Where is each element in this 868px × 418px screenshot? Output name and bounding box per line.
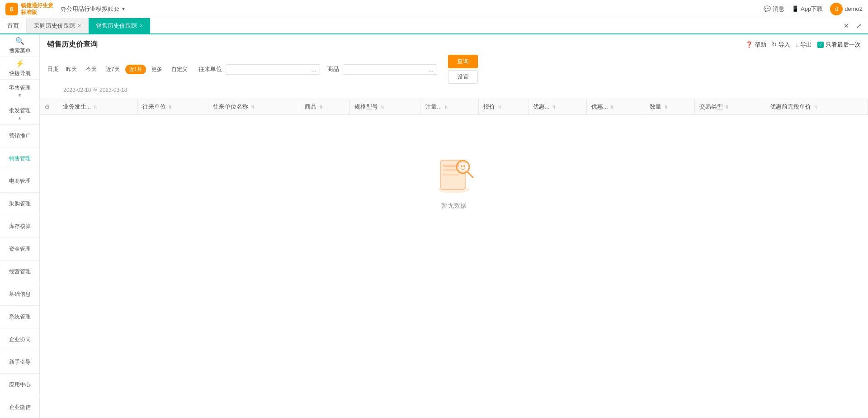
sidebar-item-new-guide[interactable]: 新手引导 bbox=[0, 351, 39, 374]
sidebar-item-quick-nav[interactable]: ⚡ 快捷导航 bbox=[0, 57, 39, 80]
chevron-down-icon: ▼ bbox=[18, 93, 22, 98]
empty-state: 暂无数据 bbox=[40, 115, 868, 246]
query-button[interactable]: 查询 bbox=[448, 55, 478, 68]
empty-text: 暂无数据 bbox=[441, 202, 467, 210]
sort-arrows-quote: ⇅ bbox=[498, 104, 501, 109]
data-table: ⚙ 业务发生... ⇅ 往来单位 ⇅ 往来单位名称 ⇅ bbox=[40, 99, 868, 115]
tab-close-sales[interactable]: × bbox=[140, 23, 143, 29]
table-header-qty[interactable]: 数量 ⇅ bbox=[645, 99, 694, 115]
chevron-up-icon: ▲ bbox=[18, 115, 22, 120]
close-all-tabs-button[interactable]: ✕ bbox=[841, 20, 852, 31]
logo-icon: 6 bbox=[5, 3, 18, 15]
action-buttons: 查询 设置 bbox=[448, 55, 478, 84]
sort-arrows-pretax-price: ⇅ bbox=[814, 104, 817, 109]
sort-arrows-discount1: ⇅ bbox=[552, 104, 556, 109]
sidebar-item-ecommerce-mgmt[interactable]: 电商管理 bbox=[0, 170, 39, 193]
only-last-checkbox-label[interactable]: ✓ 只看最后一次 bbox=[817, 41, 861, 49]
search-icon: 🔍 bbox=[15, 37, 24, 45]
sidebar-item-operations-mgmt[interactable]: 经营管理 bbox=[0, 261, 39, 283]
goods-picker-icon[interactable]: ... bbox=[428, 66, 433, 73]
partner-input-wrapper: ... bbox=[226, 64, 320, 75]
settings-button[interactable]: 设置 bbox=[448, 70, 478, 84]
checkbox-checked-icon: ✓ bbox=[817, 42, 824, 48]
sidebar-item-sales-mgmt[interactable]: 销售管理 bbox=[0, 147, 39, 170]
goods-input-wrapper: ... bbox=[343, 64, 437, 75]
logo-area: 6 畅捷通好生意 标准版 bbox=[5, 2, 53, 15]
sidebar-item-retail-mgmt[interactable]: 零售管理 ▼ bbox=[0, 80, 39, 102]
partner-picker-icon[interactable]: ... bbox=[311, 66, 316, 73]
table-header-discount1[interactable]: 优惠... ⇅ bbox=[528, 99, 586, 115]
table-header-trade-type[interactable]: 交易类型 ⇅ bbox=[694, 99, 765, 115]
svg-rect-4 bbox=[443, 174, 459, 176]
import-icon: ↻ bbox=[772, 41, 777, 48]
page-title: 销售历史价查询 bbox=[47, 40, 98, 49]
page-title-bar: 销售历史价查询 ❓ 帮助 ↻ 导入 ↓ 导出 ✓ bbox=[47, 40, 861, 49]
table-header-partner-name[interactable]: 往来单位名称 ⇅ bbox=[208, 99, 300, 115]
tab-bar: 首页 采购历史价跟踪 × 销售历史价跟踪 × ✕ ⤢ bbox=[0, 18, 868, 34]
svg-rect-3 bbox=[443, 169, 457, 171]
sidebar-item-system-mgmt[interactable]: 系统管理 bbox=[0, 306, 39, 328]
sidebar-item-basic-info[interactable]: 基础信息 bbox=[0, 283, 39, 306]
date-chip-1month[interactable]: 近1月 bbox=[125, 65, 146, 74]
date-chip-custom[interactable]: 自定义 bbox=[168, 65, 191, 74]
sidebar-item-finance-mgmt[interactable]: 资金管理 bbox=[0, 238, 39, 261]
sidebar-item-purchase-mgmt[interactable]: 采购管理 bbox=[0, 193, 39, 215]
sidebar-item-enterprise-collab[interactable]: 企业协同 bbox=[0, 328, 39, 351]
tab-close-purchase[interactable]: × bbox=[78, 23, 81, 29]
fullscreen-button[interactable]: ⤢ bbox=[854, 20, 864, 31]
date-chip-7days[interactable]: 近7天 bbox=[102, 65, 123, 74]
avatar: d bbox=[830, 3, 843, 15]
table-header-settings[interactable]: ⚙ bbox=[40, 99, 58, 115]
partner-input[interactable] bbox=[230, 66, 311, 73]
date-chip-more[interactable]: 更多 bbox=[148, 65, 166, 74]
sort-arrows-biz-date: ⇅ bbox=[94, 104, 97, 109]
sidebar-item-app-center[interactable]: 应用中心 bbox=[0, 374, 39, 396]
table-header-biz-date[interactable]: 业务发生... ⇅ bbox=[58, 99, 137, 115]
export-button[interactable]: ↓ 导出 bbox=[796, 41, 812, 49]
tab-purchase-history[interactable]: 采购历史价跟踪 × bbox=[27, 18, 89, 33]
table-header-spec[interactable]: 规格型号 ⇅ bbox=[349, 99, 420, 115]
sidebar-item-inventory[interactable]: 库存核算 bbox=[0, 215, 39, 238]
main-layout: 🔍 搜索菜单 ⚡ 快捷导航 零售管理 ▼ 批发管理 ▲ 营销推广 销售管理 电商… bbox=[0, 34, 868, 418]
svg-point-8 bbox=[461, 165, 462, 167]
app-download-button[interactable]: 📱 App下载 bbox=[792, 5, 823, 13]
app-selector[interactable]: 办公用品行业模拟账套 ▼ bbox=[57, 5, 129, 13]
help-button[interactable]: ❓ 帮助 bbox=[745, 41, 766, 49]
sort-arrows-discount2: ⇅ bbox=[610, 104, 614, 109]
sort-arrows-partner-code: ⇅ bbox=[168, 104, 172, 109]
message-button[interactable]: 💬 消息 bbox=[764, 5, 784, 13]
nav-icon: ⚡ bbox=[15, 59, 24, 68]
table-scroll-container[interactable]: ⚙ 业务发生... ⇅ 往来单位 ⇅ 往来单位名称 ⇅ bbox=[40, 99, 868, 418]
user-area[interactable]: d demo2 bbox=[830, 3, 863, 15]
sidebar-item-wholesale-mgmt[interactable]: 批发管理 ▲ bbox=[0, 102, 39, 125]
table-header-partner-code[interactable]: 往来单位 ⇅ bbox=[137, 99, 208, 115]
sort-arrows-goods: ⇅ bbox=[319, 104, 323, 109]
date-chip-yesterday[interactable]: 昨天 bbox=[62, 65, 80, 74]
date-chip-today[interactable]: 今天 bbox=[82, 65, 100, 74]
sort-arrows-spec: ⇅ bbox=[381, 104, 384, 109]
sort-arrows-trade-type: ⇅ bbox=[725, 104, 729, 109]
tab-home[interactable]: 首页 bbox=[0, 18, 27, 33]
top-bar-left: 6 畅捷通好生意 标准版 办公用品行业模拟账套 ▼ bbox=[5, 2, 129, 15]
sidebar-item-search-menu[interactable]: 🔍 搜索菜单 bbox=[0, 34, 39, 57]
table-header-quote[interactable]: 报价 ⇅ bbox=[479, 99, 528, 115]
download-icon: 📱 bbox=[792, 5, 799, 12]
table-header-goods[interactable]: 商品 ⇅ bbox=[300, 99, 349, 115]
tab-sales-history[interactable]: 销售历史价跟踪 × bbox=[89, 18, 151, 33]
sort-arrows-partner-name: ⇅ bbox=[251, 104, 255, 109]
table-header-unit[interactable]: 计量... ⇅ bbox=[420, 99, 479, 115]
sidebar-item-marketing[interactable]: 营销推广 bbox=[0, 125, 39, 147]
top-bar: 6 畅捷通好生意 标准版 办公用品行业模拟账套 ▼ 💬 消息 📱 App下载 d… bbox=[0, 0, 868, 18]
table-header-discount2[interactable]: 优惠... ⇅ bbox=[586, 99, 645, 115]
date-label: 日期 bbox=[47, 65, 59, 73]
gear-icon[interactable]: ⚙ bbox=[44, 103, 50, 110]
table-header: ⚙ 业务发生... ⇅ 往来单位 ⇅ 往来单位名称 ⇅ bbox=[40, 99, 868, 115]
goods-label: 商品 bbox=[327, 65, 339, 73]
table-header-pretax-price[interactable]: 优惠前无税单价 ⇅ bbox=[765, 99, 868, 115]
content-area: 销售历史价查询 ❓ 帮助 ↻ 导入 ↓ 导出 ✓ bbox=[40, 34, 868, 418]
import-button[interactable]: ↻ 导入 bbox=[772, 41, 790, 49]
goods-input[interactable] bbox=[347, 66, 428, 73]
sidebar-item-enterprise-wechat[interactable]: 企业微信 bbox=[0, 396, 39, 418]
help-icon: ❓ bbox=[745, 41, 753, 48]
empty-icon bbox=[427, 151, 481, 196]
